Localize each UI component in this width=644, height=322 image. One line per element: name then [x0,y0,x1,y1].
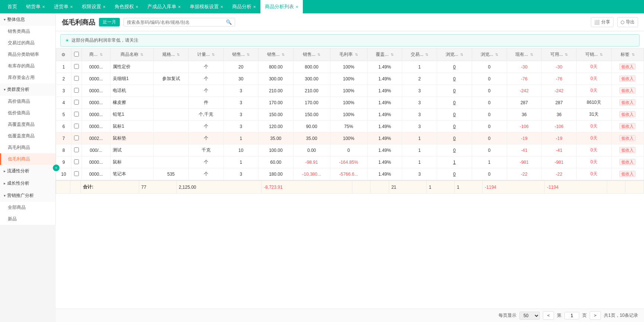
row-available: -30 [542,61,577,73]
nav-item-home[interactable]: 首页 [3,0,22,13]
row-browse1[interactable]: 0 [437,61,472,73]
select-all-checkbox[interactable] [74,52,79,57]
col-spec-header[interactable]: 规格... ⇅ [153,48,189,61]
col-checkbox[interactable] [71,48,81,61]
time-filter-button[interactable]: 近一月 [99,18,120,26]
nav-item-product-warehouse[interactable]: 产成品入库单 ✕ [143,0,185,13]
col-unit-header[interactable]: 计量... ⇅ [189,48,224,61]
row-checkbox[interactable] [74,88,79,93]
sidebar-item-high-value[interactable]: 高价值商品 [0,96,55,107]
row-browse1[interactable]: 0 [437,133,472,144]
close-icon[interactable]: ✕ [42,5,45,9]
sidebar-item-sales-products[interactable]: 销售类商品 [0,26,55,37]
row-browse1[interactable]: 0 [437,109,472,121]
row-checkbox[interactable] [74,100,79,105]
sidebar-item-low-value[interactable]: 低价值商品 [0,107,55,119]
sidebar-item-low-margin[interactable]: 低毛利商品 [0,153,55,165]
row-browse1[interactable]: 0 [437,85,472,97]
nav-item-product-analysis[interactable]: 商品分析 ✕ [228,0,260,13]
sidebar-item-inventory-capital[interactable]: 库存资金占用 [0,72,55,83]
sidebar-item-high-margin[interactable]: 高毛利商品 [0,142,55,153]
sidebar-collapse-button[interactable]: « [53,165,60,171]
row-browse1[interactable]: 0 [437,97,472,109]
sidebar-group-cluster[interactable]: ▾ 类群度分析 [0,83,55,96]
prev-page-button[interactable]: ＜ [543,311,554,320]
col-coverage-header[interactable]: 覆盖... ⇅ [367,48,402,61]
sidebar-item-category-rate[interactable]: 商品分类助销率 [0,49,55,60]
row-checkbox-cell[interactable] [71,109,81,121]
row-browse1[interactable]: 0 [437,144,472,156]
row-checkbox-cell[interactable] [71,144,81,156]
row-checkbox-cell[interactable] [71,97,81,109]
page-number-input[interactable] [564,312,579,319]
col-settings[interactable]: ⚙ [56,48,71,61]
sidebar-item-stocked-products[interactable]: 有库存的商品 [0,60,55,72]
sidebar-item-traded-products[interactable]: 交易过的商品 [0,37,55,49]
row-browse1[interactable]: 1 [437,156,472,168]
row-browse1[interactable]: 0 [437,168,472,180]
col-name-header[interactable]: 商品名称 ⇅ [110,48,153,61]
col-sales-price-header[interactable]: 销售... ⇅ [258,48,293,61]
nav-item-sales[interactable]: 销货单 ✕ [22,0,49,13]
col-saleable-header[interactable]: 可销... ⇅ [577,48,612,61]
col-available-header[interactable]: 可用... ⇅ [542,48,577,61]
sort-icon: ⇅ [632,52,635,57]
row-checkbox[interactable] [74,136,79,140]
row-checkbox-cell[interactable] [71,85,81,97]
sidebar-group-growth[interactable]: ▸ 成长性分析 [0,177,55,189]
nav-item-roles[interactable]: 角色授权 ✕ [110,0,143,13]
close-icon[interactable]: ✕ [103,5,106,9]
close-icon[interactable]: ✕ [253,5,256,9]
row-checkbox-cell[interactable] [71,168,81,180]
row-checkbox[interactable] [74,64,79,69]
close-icon[interactable]: ✕ [220,5,223,9]
col-sales-profit-header[interactable]: 销售... ⇅ [293,48,330,61]
row-checkbox-cell[interactable] [71,121,81,133]
row-browse1[interactable]: 0 [437,121,472,133]
page-size-select[interactable]: 50 100 200 [519,312,540,320]
sidebar-group-overall[interactable]: ▾ 整体信息 [0,13,55,26]
nav-item-template[interactable]: 单据模板设置 ✕ [185,0,228,13]
col-current-stock-header[interactable]: 现有... ⇅ [507,48,542,61]
sidebar-item-low-coverage[interactable]: 低覆盖度商品 [0,130,55,142]
sort-icon: ⇅ [247,52,250,57]
col-browse2-header[interactable]: 浏览... ⇅ [472,48,507,61]
row-checkbox-cell[interactable] [71,156,81,168]
sidebar-item-high-coverage[interactable]: 高覆盖度商品 [0,119,55,130]
close-icon[interactable]: ✕ [295,5,298,9]
nav-item-purchase[interactable]: 进货单 ✕ [49,0,77,13]
next-page-button[interactable]: ＞ [590,311,601,320]
row-checkbox[interactable] [74,76,79,81]
row-browse1[interactable]: 0 [437,73,472,85]
col-trade-header[interactable]: 交易... ⇅ [402,48,437,61]
settings-icon[interactable]: ⚙ [61,52,65,57]
close-icon[interactable]: ✕ [135,5,138,9]
col-browse1-header[interactable]: 浏览... ⇅ [437,48,472,61]
search-icon[interactable]: 🔍 [226,19,232,25]
sidebar-group-marketing[interactable]: ▾ 营销推广分析 [0,189,55,202]
row-checkbox[interactable] [74,171,79,176]
col-tag-header[interactable]: 标签 ⇅ [611,48,644,61]
row-checkbox[interactable] [74,159,79,164]
row-checkbox[interactable] [74,124,79,128]
col-sales-qty-header[interactable]: 销售... ⇅ [224,48,259,61]
row-available: -981 [542,156,577,168]
row-checkbox-cell[interactable] [71,73,81,85]
col-code-header[interactable]: 商... ⇅ [81,48,110,61]
row-checkbox-cell[interactable] [71,61,81,73]
search-input[interactable] [127,20,226,25]
close-icon[interactable]: ✕ [70,5,73,9]
row-checkbox-cell[interactable] [71,133,81,144]
sidebar-group-circulation[interactable]: ▸ 流通性分析 [0,165,55,177]
nav-item-product-analysis-list[interactable]: 商品分析列表 ✕ [260,0,303,13]
nav-item-permissions[interactable]: 权限设置 ✕ [77,0,110,13]
close-icon[interactable]: ✕ [178,5,181,9]
export-button[interactable]: ⬡ 导出 [617,17,638,27]
sidebar-item-new-products[interactable]: 新品 [0,213,55,225]
row-checkbox[interactable] [74,112,79,117]
col-gross-margin-header[interactable]: 毛利率 ⇅ [330,48,367,61]
row-unit: 个 [189,85,224,97]
row-checkbox[interactable] [74,147,79,152]
share-button[interactable]: ⬜ 分享 [591,17,613,27]
sidebar-item-all-products[interactable]: 全部商品 [0,202,55,213]
